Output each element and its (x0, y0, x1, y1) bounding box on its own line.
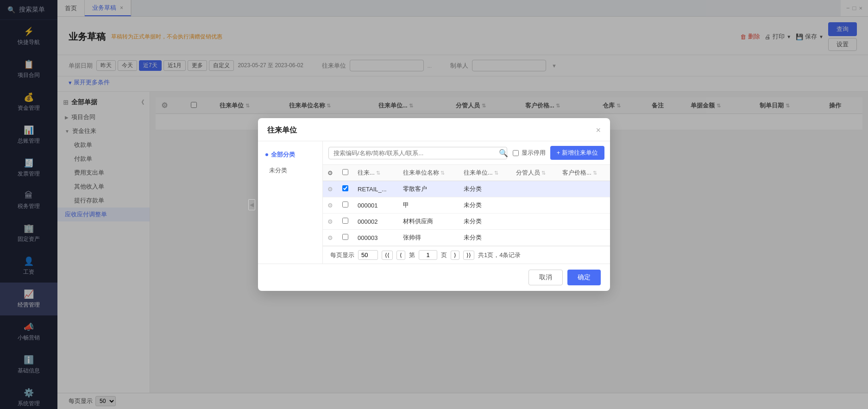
search-icon: 🔍 (499, 149, 508, 157)
dialog-sidebar-all[interactable]: 全部分类 (258, 147, 322, 163)
row-name: 零散客户 (398, 181, 459, 197)
prev-page-button[interactable]: ⟨ (396, 251, 405, 260)
cancel-button[interactable]: 取消 (528, 270, 563, 285)
row-code: 000001 (353, 197, 398, 214)
dialog-title: 往来单位 (267, 126, 297, 135)
dialog-toolbar: 🔍 显示停用 + 新增往来单位 (323, 141, 610, 165)
page-number-input[interactable] (419, 250, 437, 260)
row-price (558, 197, 610, 214)
dialog-col-code: 往来... ⇅ (353, 165, 398, 181)
row-settings[interactable]: ⚙ (323, 181, 338, 197)
row-category: 未分类 (459, 230, 511, 246)
dialog-sidebar-unclassified[interactable]: 未分类 (258, 163, 322, 178)
row-manager (511, 230, 558, 246)
dialog-col-price: 客户价格... ⇅ (558, 165, 610, 181)
row-code: RETAIL_... (353, 181, 398, 197)
dialog-header: 往来单位 × (258, 118, 610, 141)
row-checkbox[interactable] (338, 230, 353, 246)
page-word: 第 (409, 251, 415, 259)
row-name: 张帅得 (398, 230, 459, 246)
page-size-label: 每页显示 (330, 251, 354, 259)
last-page-button[interactable]: ⟩⟩ (463, 251, 474, 260)
partner-dialog: 往来单位 × 全部分类 未分类 ◀ 🔍 (258, 118, 610, 291)
row-settings[interactable]: ⚙ (323, 230, 338, 246)
dialog-table-row[interactable]: ⚙ 000001 甲 未分类 (323, 197, 610, 214)
row-code: 000002 (353, 214, 398, 230)
page-suffix: 页 (441, 251, 447, 259)
page-size-select[interactable]: 50 (358, 250, 378, 260)
row-name: 甲 (398, 197, 459, 214)
row-category: 未分类 (459, 214, 511, 230)
dialog-table-row[interactable]: ⚙ 000002 材料供应商 未分类 (323, 214, 610, 230)
dialog-sidebar: 全部分类 未分类 ◀ (258, 141, 323, 264)
dialog-body: 全部分类 未分类 ◀ 🔍 显示停用 + 新增往来单位 (258, 141, 610, 264)
pagination: 每页显示 50 ⟨⟨ ⟨ 第 页 ⟩ ⟩⟩ 共1页，4条记录 (330, 250, 521, 260)
row-checkbox[interactable] (338, 214, 353, 230)
dialog-table-row[interactable]: ⚙ 000003 张帅得 未分类 (323, 230, 610, 246)
show-disabled-checkbox[interactable] (513, 150, 519, 156)
dialog-col-name: 往来单位名称 ⇅ (398, 165, 459, 181)
dialog-main: 🔍 显示停用 + 新增往来单位 ⚙ 往来... ⇅ (323, 141, 610, 264)
dialog-table: ⚙ 往来... ⇅ 往来单位名称 ⇅ 往来单位... ⇅ 分管人员 ⇅ 客户价格… (323, 165, 610, 246)
dialog-select-all[interactable] (342, 169, 348, 175)
row-manager (511, 181, 558, 197)
row-checkbox[interactable] (338, 181, 353, 197)
dialog-search-input[interactable] (328, 147, 507, 159)
row-name: 材料供应商 (398, 214, 459, 230)
first-page-button[interactable]: ⟨⟨ (382, 251, 393, 260)
dialog-sidebar-unclassified-label: 未分类 (269, 166, 287, 175)
dialog-close-button[interactable]: × (596, 126, 601, 135)
add-partner-button[interactable]: + 新增往来单位 (550, 146, 604, 160)
row-category: 未分类 (459, 197, 511, 214)
row-code: 000003 (353, 230, 398, 246)
row-manager (511, 214, 558, 230)
row-checkbox[interactable] (338, 197, 353, 214)
dialog-col-checkbox[interactable] (338, 165, 353, 181)
dialog-overlay: 往来单位 × 全部分类 未分类 ◀ 🔍 (0, 0, 868, 409)
row-price (558, 230, 610, 246)
row-settings[interactable]: ⚙ (323, 214, 338, 230)
dialog-sidebar-all-label: 全部分类 (271, 151, 295, 159)
show-disabled-label[interactable]: 显示停用 (513, 149, 546, 157)
dialog-table-wrap: ⚙ 往来... ⇅ 往来单位名称 ⇅ 往来单位... ⇅ 分管人员 ⇅ 客户价格… (323, 165, 610, 246)
all-category-dot (265, 153, 268, 156)
next-page-button[interactable]: ⟩ (451, 251, 459, 260)
row-category: 未分类 (459, 181, 511, 197)
dialog-actions: 取消 确定 (258, 264, 610, 291)
dialog-col-settings[interactable]: ⚙ (323, 165, 338, 181)
row-manager (511, 197, 558, 214)
dialog-col-category: 往来单位... ⇅ (459, 165, 511, 181)
dialog-footer-bar: 每页显示 50 ⟨⟨ ⟨ 第 页 ⟩ ⟩⟩ 共1页，4条记录 (323, 246, 610, 264)
confirm-button[interactable]: 确定 (567, 270, 601, 285)
row-settings[interactable]: ⚙ (323, 197, 338, 214)
total-records-label: 共1页，4条记录 (478, 251, 521, 259)
dialog-table-row[interactable]: ⚙ RETAIL_... 零散客户 未分类 (323, 181, 610, 197)
dialog-col-manager: 分管人员 ⇅ (511, 165, 558, 181)
row-price (558, 214, 610, 230)
row-price (558, 181, 610, 197)
